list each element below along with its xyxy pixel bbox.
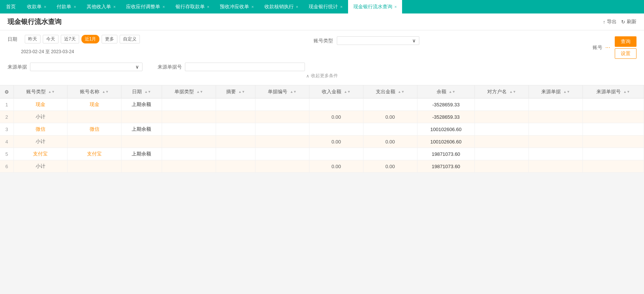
close-icon[interactable]: × [74, 4, 76, 9]
table-cell [122, 160, 162, 173]
collapse-bar[interactable]: ∧ 收起更多条件 [8, 71, 636, 81]
date-btn-yesterday[interactable]: 昨天 [25, 35, 41, 43]
export-button[interactable]: ↑ 导出 [603, 18, 617, 25]
close-icon[interactable]: × [296, 4, 298, 9]
sort-icon[interactable]: ▲▼ [197, 90, 203, 94]
table-header-row: ⚙ 账号类型 ▲▼ 账号名称 ▲▼ 日期 ▲▼ 单据类型 ▲▼ [0, 85, 644, 98]
page-title: 现金银行流水查询 [8, 17, 62, 26]
table-cell: 微信 [68, 123, 122, 136]
nav-tab-7[interactable]: 现金银行统计 × [303, 0, 348, 13]
date-btn-today[interactable]: 今天 [43, 35, 59, 43]
table-cell [529, 148, 583, 160]
table-cell: 0.00 [309, 111, 363, 123]
sort-icon[interactable]: ▲▼ [238, 90, 245, 94]
table-cell [68, 160, 122, 173]
nav-tab-3[interactable]: 应收应付调整单 × [121, 0, 170, 13]
sort-icon[interactable]: ▲▼ [102, 90, 109, 94]
table-cell: -3528659.33 [417, 111, 475, 123]
table-row: 3微信微信上期余额100102606.60 [0, 123, 644, 136]
search-button[interactable]: 查询 [615, 36, 636, 47]
account-ellipsis-button[interactable]: ··· [605, 44, 610, 51]
close-icon[interactable]: × [395, 4, 397, 9]
table-cell [309, 98, 363, 111]
filter-row-2: 来源单据 ∨ 来源单据号 [8, 63, 636, 71]
table-cell [363, 98, 417, 111]
table-cell [475, 111, 529, 123]
table-cell [309, 123, 363, 136]
sort-icon[interactable]: ▲▼ [398, 90, 405, 94]
col-summary: 摘要 ▲▼ [216, 85, 255, 98]
table-cell: 0.00 [363, 111, 417, 123]
date-btn-more[interactable]: 更多 [102, 35, 117, 43]
table-cell: 2 [0, 111, 14, 123]
nav-tab-0[interactable]: 收款单 × [22, 0, 51, 13]
nav-home[interactable]: 首页 [0, 0, 22, 13]
table-cell: 上期余额 [122, 98, 162, 111]
nav-tab-4[interactable]: 银行存取款单 × [170, 0, 215, 13]
table-cell: 小计 [14, 111, 68, 123]
export-icon: ↑ [603, 19, 606, 25]
close-icon[interactable]: × [113, 4, 116, 9]
close-icon[interactable]: × [251, 4, 254, 9]
table-cell [216, 123, 255, 136]
table-cell [162, 160, 216, 173]
nav-tab-2[interactable]: 其他收入单 × [81, 0, 121, 13]
sort-icon[interactable]: ▲▼ [344, 90, 351, 94]
table-cell: 0.00 [309, 136, 363, 148]
col-gear: ⚙ [0, 85, 14, 98]
table-cell [255, 136, 309, 148]
sort-icon[interactable]: ▲▼ [144, 90, 151, 94]
nav-tab-5[interactable]: 预收冲应收单 × [215, 0, 259, 13]
table-cell: 100102606.60 [417, 123, 475, 136]
nav-tab-6[interactable]: 收款核销执行 × [259, 0, 303, 13]
table-cell [582, 148, 644, 160]
table-cell: 3 [0, 123, 14, 136]
account-type-select[interactable]: ∨ [337, 36, 419, 45]
source-doc-no-label: 来源单据号 [158, 64, 182, 70]
table-cell [255, 123, 309, 136]
table-cell [529, 123, 583, 136]
nav-tab-1[interactable]: 付款单 × [51, 0, 81, 13]
sort-icon[interactable]: ▲▼ [48, 90, 55, 94]
close-icon[interactable]: × [207, 4, 209, 9]
close-icon[interactable]: × [340, 4, 342, 9]
table-container: ⚙ 账号类型 ▲▼ 账号名称 ▲▼ 日期 ▲▼ 单据类型 ▲▼ [0, 85, 644, 173]
col-source-doc-no: 来源单据号 ▲▼ [582, 85, 644, 98]
table-cell: 19871073.60 [417, 160, 475, 173]
col-date: 日期 ▲▼ [122, 85, 162, 98]
sort-icon[interactable]: ▲▼ [563, 90, 570, 94]
nav-tab-8[interactable]: 现金银行流水查询 × [348, 0, 402, 13]
date-btn-7days[interactable]: 近7天 [61, 35, 79, 43]
table-cell: 小计 [14, 160, 68, 173]
source-doc-group: 来源单据 ∨ [8, 63, 143, 71]
table-cell: 100102606.60 [417, 136, 475, 148]
setting-button[interactable]: 设置 [615, 48, 636, 59]
table-cell: -3528659.33 [417, 98, 475, 111]
col-expense: 支出金额 ▲▼ [363, 85, 417, 98]
table-cell [582, 136, 644, 148]
table-cell [475, 123, 529, 136]
chevron-down-icon: ∨ [135, 64, 139, 70]
sort-icon[interactable]: ▲▼ [449, 90, 455, 94]
source-doc-select[interactable]: ∨ [30, 63, 143, 71]
sort-icon[interactable]: ▲▼ [290, 90, 297, 94]
col-account-name: 账号名称 ▲▼ [68, 85, 122, 98]
table-cell: 4 [0, 136, 14, 148]
source-doc-label: 来源单据 [8, 64, 27, 70]
close-icon[interactable]: × [162, 4, 165, 9]
sort-icon[interactable]: ▲▼ [509, 90, 516, 94]
collapse-up-icon: ∧ [306, 73, 309, 79]
date-btn-1month[interactable]: 近1月 [81, 35, 100, 43]
close-icon[interactable]: × [44, 4, 46, 9]
table-cell: 0.00 [363, 136, 417, 148]
gear-icon[interactable]: ⚙ [5, 89, 9, 95]
table-cell: 上期余额 [122, 123, 162, 136]
table-cell [162, 136, 216, 148]
sort-icon[interactable]: ▲▼ [623, 90, 630, 94]
date-btn-custom[interactable]: 自定义 [120, 35, 140, 43]
source-doc-no-input[interactable] [185, 63, 305, 71]
col-source-doc: 来源单据 ▲▼ [529, 85, 583, 98]
refresh-button[interactable]: ↻ 刷新 [621, 18, 636, 25]
nav-bar: 首页 收款单 × 付款单 × 其他收入单 × 应收应付调整单 × 银行存取款单 … [0, 0, 644, 13]
data-table: ⚙ 账号类型 ▲▼ 账号名称 ▲▼ 日期 ▲▼ 单据类型 ▲▼ [0, 85, 644, 173]
